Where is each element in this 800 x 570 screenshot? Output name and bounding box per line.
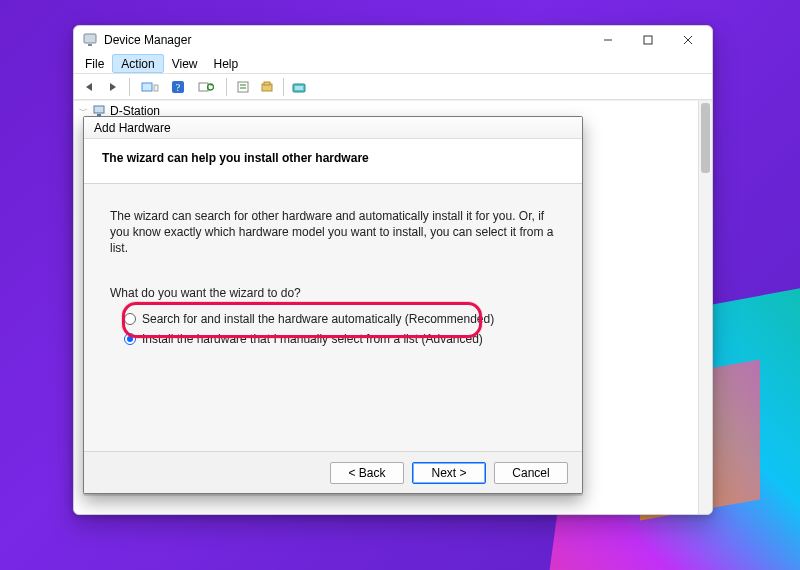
option-label: Search for and install the hardware auto… xyxy=(142,312,494,326)
scan-icon[interactable] xyxy=(256,76,278,98)
svg-rect-12 xyxy=(238,82,248,92)
svg-rect-16 xyxy=(264,82,270,85)
minimize-button[interactable] xyxy=(588,26,628,54)
menu-action[interactable]: Action xyxy=(112,54,163,73)
toolbar-separator xyxy=(283,78,284,96)
back-button[interactable]: < Back xyxy=(330,462,404,484)
dialog-titlebar: Add Hardware xyxy=(84,117,582,139)
help-icon[interactable]: ? xyxy=(167,76,189,98)
svg-rect-19 xyxy=(94,106,104,113)
option-auto-install[interactable]: Search for and install the hardware auto… xyxy=(110,309,556,329)
menu-help[interactable]: Help xyxy=(206,54,247,73)
svg-rect-18 xyxy=(295,86,303,90)
back-icon[interactable] xyxy=(78,76,100,98)
dialog-prompt: What do you want the wizard to do? xyxy=(110,285,556,301)
vertical-scrollbar[interactable] xyxy=(698,101,712,514)
option-label: Install the hardware that I manually sel… xyxy=(142,332,483,346)
dialog-description: The wizard can search for other hardware… xyxy=(110,208,556,257)
maximize-button[interactable] xyxy=(628,26,668,54)
svg-rect-6 xyxy=(142,83,152,91)
svg-rect-3 xyxy=(644,36,652,44)
properties-icon[interactable] xyxy=(232,76,254,98)
app-icon xyxy=(82,32,98,48)
scrollbar-thumb[interactable] xyxy=(701,103,710,173)
toolbar-separator xyxy=(129,78,130,96)
dialog-title: Add Hardware xyxy=(94,121,171,135)
add-hardware-dialog: Add Hardware The wizard can help you ins… xyxy=(83,116,583,494)
refresh-icon[interactable] xyxy=(191,76,221,98)
svg-rect-1 xyxy=(88,44,92,46)
dialog-header: The wizard can help you install other ha… xyxy=(84,139,582,184)
next-button[interactable]: Next > xyxy=(412,462,486,484)
svg-rect-7 xyxy=(154,85,158,91)
up-tree-icon[interactable] xyxy=(135,76,165,98)
option-manual-install[interactable]: Install the hardware that I manually sel… xyxy=(110,329,556,349)
dialog-body: The wizard can search for other hardware… xyxy=(84,184,582,451)
svg-rect-10 xyxy=(199,83,208,91)
radio-icon[interactable] xyxy=(124,333,136,345)
cancel-button[interactable]: Cancel xyxy=(494,462,568,484)
dialog-heading: The wizard can help you install other ha… xyxy=(102,151,564,165)
svg-text:?: ? xyxy=(176,82,181,93)
add-legacy-icon[interactable] xyxy=(289,76,311,98)
menu-file[interactable]: File xyxy=(77,54,112,73)
radio-icon[interactable] xyxy=(124,313,136,325)
dialog-footer: < Back Next > Cancel xyxy=(84,451,582,493)
toolbar-separator xyxy=(226,78,227,96)
menubar: File Action View Help xyxy=(74,54,712,74)
window-controls xyxy=(588,26,708,54)
window-title: Device Manager xyxy=(104,33,191,47)
svg-rect-0 xyxy=(84,34,96,43)
titlebar: Device Manager xyxy=(74,26,712,54)
menu-view[interactable]: View xyxy=(164,54,206,73)
toolbar: ? xyxy=(74,74,712,100)
forward-icon[interactable] xyxy=(102,76,124,98)
close-button[interactable] xyxy=(668,26,708,54)
